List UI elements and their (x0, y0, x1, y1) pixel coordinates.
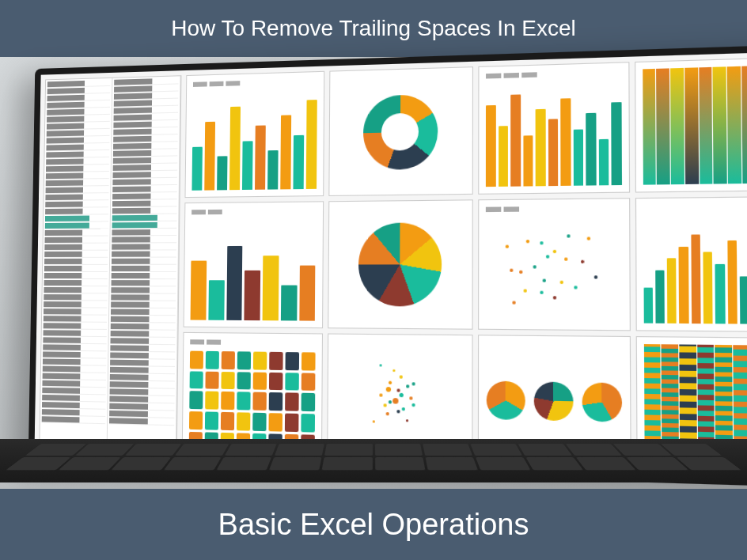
bar-chart-tile-1 (184, 71, 324, 199)
dashboard-grid (34, 51, 747, 479)
page-title: How To Remove Trailing Spaces In Excel (171, 16, 576, 40)
title-banner: How To Remove Trailing Spaces In Excel (0, 0, 747, 57)
gradient-bars-tile (635, 196, 747, 331)
subtitle-banner: Basic Excel Operations (0, 489, 747, 560)
column-chart-tile (478, 62, 629, 195)
laptop-illustration (0, 67, 747, 479)
laptop-keyboard (0, 439, 747, 482)
donut-chart-icon (363, 94, 438, 170)
streak-chart-tile (635, 57, 747, 193)
scatter-plot-icon (486, 218, 622, 323)
mini-bars-tile (184, 202, 324, 328)
spreadsheet-panel (39, 75, 181, 456)
pie-chart-icon (358, 222, 442, 306)
laptop-screen (28, 44, 747, 487)
scatter-tile (478, 199, 630, 331)
page-subtitle: Basic Excel Operations (218, 508, 529, 541)
donut-chart-tile (328, 66, 473, 196)
pie-chart-tile (328, 200, 473, 330)
